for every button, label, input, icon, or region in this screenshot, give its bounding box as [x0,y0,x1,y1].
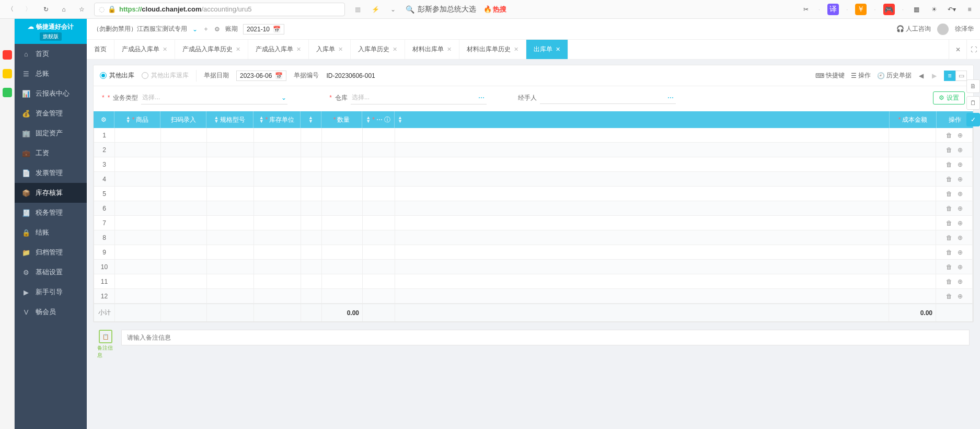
forward-icon[interactable]: 〉 [23,4,33,15]
sep: · [846,6,848,13]
home-icon[interactable]: ⌂ [59,4,69,15]
sep: · [818,6,820,13]
theme-icon[interactable]: ☀ [929,4,939,15]
chevron-down-icon[interactable]: ⌄ [388,4,398,15]
url-text: https://cloud.chanjet.com/accounting/uru… [119,5,252,13]
lock-icon: 🔒 [108,5,116,13]
back-icon[interactable]: 〈 [5,4,16,15]
browser-search[interactable]: 🔍 彭斯参加总统大选 [406,5,476,14]
sep: · [902,6,904,13]
game-icon[interactable]: 🎮 [883,4,895,15]
site-info-icon[interactable]: ◌ [99,5,105,13]
qr-icon[interactable]: ▦ [352,4,363,15]
hot-search-badge[interactable]: 🔥热搜 [483,5,506,14]
undo-dropdown-icon[interactable]: ↶▾ [947,4,957,15]
sep: · [874,6,875,13]
apps-icon[interactable]: ▦ [911,4,921,15]
bolt-icon[interactable]: ⚡ [370,4,381,15]
wallet-icon[interactable]: ￥ [855,4,867,15]
search-text: 彭斯参加总统大选 [418,5,476,14]
address-bar[interactable]: ◌ 🔒 https://cloud.chanjet.com/accounting… [94,3,345,16]
search-icon: 🔍 [406,5,414,14]
browser-toolbar: 〈 〉 ↻ ⌂ ☆ ◌ 🔒 https://cloud.chanjet.com/… [0,0,980,19]
menu-icon[interactable]: ≡ [964,4,975,15]
scissors-icon[interactable]: ✂ [801,4,811,15]
translate-icon[interactable]: 译 [827,4,839,15]
star-icon[interactable]: ☆ [76,4,87,15]
reload-icon[interactable]: ↻ [41,4,51,15]
